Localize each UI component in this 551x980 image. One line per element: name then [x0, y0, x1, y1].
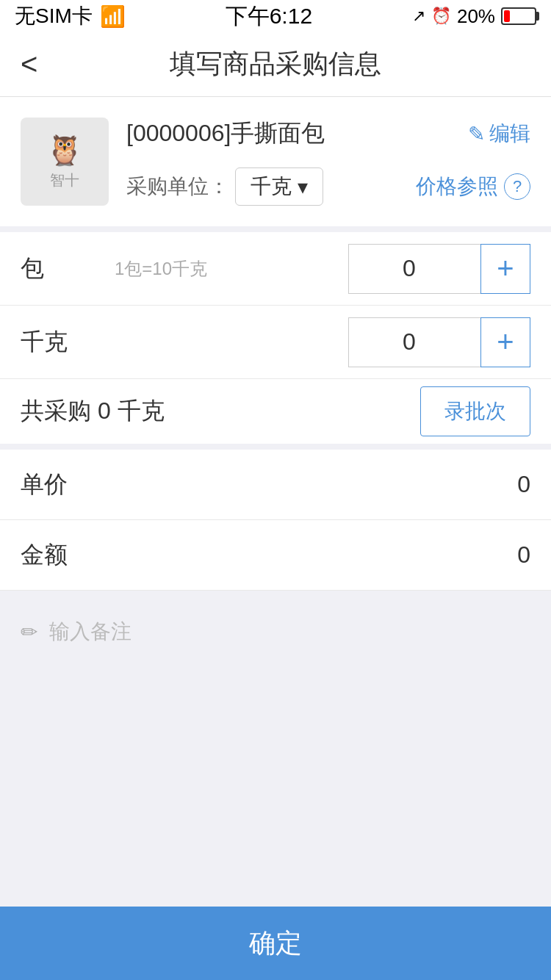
- price-ref-button[interactable]: 价格参照 ?: [416, 173, 530, 201]
- unit-price-row: 单价 0: [0, 450, 551, 520]
- confirm-label: 确定: [249, 926, 302, 962]
- unit-price-label: 单价: [21, 469, 517, 501]
- kg-qty-input[interactable]: [348, 317, 480, 367]
- status-right: ↗ ⏰ 20%: [412, 5, 536, 28]
- kg-label: 千克: [21, 326, 109, 359]
- edit-label: 编辑: [489, 120, 530, 148]
- total-unit: 千克: [118, 397, 165, 424]
- price-section: 单价 0 金额 0: [0, 450, 551, 591]
- carrier-text: 无SIM卡: [15, 2, 93, 30]
- edit-icon: ✎: [468, 122, 485, 146]
- pencil-icon: ✏: [21, 620, 37, 644]
- product-thumbnail: 🦉 智十: [21, 118, 109, 206]
- nav-bar: < 填写商品采购信息: [0, 32, 551, 97]
- amount-label: 金额: [21, 539, 517, 572]
- status-left: 无SIM卡 📶: [15, 2, 126, 30]
- purchase-unit-row: 采购单位： 千克 ▾ 价格参照 ?: [126, 167, 530, 206]
- wifi-icon: 📶: [100, 4, 126, 29]
- price-ref-label: 价格参照: [416, 173, 498, 201]
- location-icon: ↗: [412, 7, 425, 26]
- product-name-row: [0000006]手撕面包 ✎ 编辑: [126, 118, 530, 150]
- product-card: 🦉 智十 [0000006]手撕面包 ✎ 编辑 采购单位： 千克 ▾ 价格参照 …: [0, 97, 551, 232]
- battery-percent: 20%: [457, 5, 495, 28]
- product-icon: 🦉: [46, 133, 83, 167]
- bag-row: 包 1包=10千克 +: [0, 232, 551, 306]
- total-value: 0: [98, 397, 111, 424]
- help-icon: ?: [504, 173, 530, 200]
- bag-qty-wrap: +: [348, 244, 530, 294]
- page-title: 填写商品采购信息: [170, 46, 381, 82]
- content-filler: [0, 667, 551, 887]
- note-area[interactable]: ✏ 输入备注: [0, 597, 551, 667]
- total-text: 共采购 0 千克: [21, 395, 420, 428]
- kg-row: 千克 +: [0, 306, 551, 379]
- confirm-bar[interactable]: 确定: [0, 907, 551, 980]
- kg-plus-button[interactable]: +: [480, 317, 530, 367]
- chevron-down-icon: ▾: [298, 175, 308, 199]
- unit-price-value: 0: [517, 471, 530, 498]
- batch-button[interactable]: 录批次: [420, 386, 530, 436]
- purchase-unit-label: 采购单位：: [126, 173, 229, 201]
- product-thumb-label: 智十: [50, 170, 79, 190]
- quantity-section: 包 1包=10千克 + 千克 +: [0, 232, 551, 379]
- bag-plus-button[interactable]: +: [480, 244, 530, 294]
- status-bar: 无SIM卡 📶 下午6:12 ↗ ⏰ 20%: [0, 0, 551, 32]
- battery-icon: [501, 7, 536, 25]
- product-name: [0000006]手撕面包: [126, 118, 325, 150]
- bag-sublabel: 1包=10千克: [115, 257, 207, 281]
- alarm-icon: ⏰: [431, 7, 451, 26]
- total-row: 共采购 0 千克 录批次: [0, 379, 551, 450]
- amount-value: 0: [517, 541, 530, 569]
- total-label: 共采购: [21, 397, 91, 424]
- back-button[interactable]: <: [21, 48, 37, 81]
- bag-qty-input[interactable]: [348, 244, 480, 294]
- unit-value: 千克: [251, 173, 292, 201]
- note-placeholder: 输入备注: [49, 618, 132, 646]
- product-info: [0000006]手撕面包 ✎ 编辑 采购单位： 千克 ▾ 价格参照 ?: [126, 118, 530, 206]
- unit-selector[interactable]: 千克 ▾: [235, 167, 323, 206]
- amount-row: 金额 0: [0, 520, 551, 591]
- section-separator: [0, 591, 551, 597]
- kg-qty-wrap: +: [348, 317, 530, 367]
- edit-button[interactable]: ✎ 编辑: [468, 120, 530, 148]
- status-time: 下午6:12: [226, 1, 312, 32]
- bag-label: 包: [21, 253, 109, 285]
